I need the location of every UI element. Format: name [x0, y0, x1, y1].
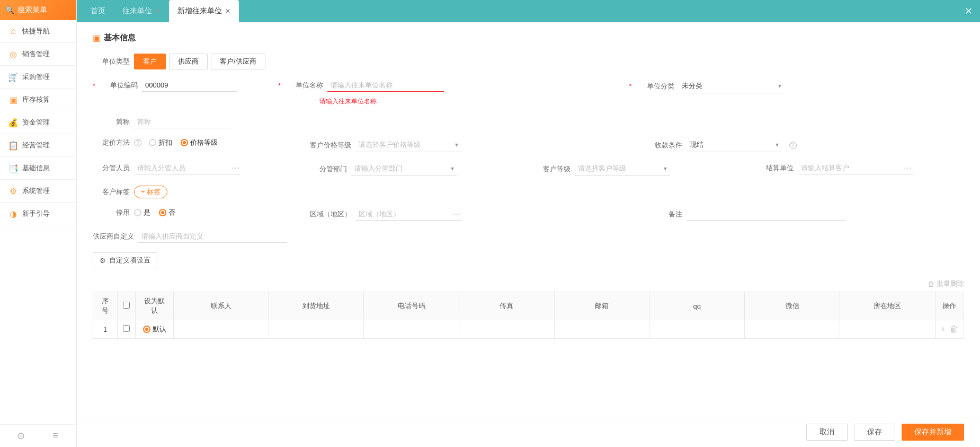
manager-more-btn[interactable]: ··· — [229, 163, 242, 173]
region-more-btn[interactable]: ··· — [451, 209, 464, 219]
payment-help-icon[interactable]: ? — [789, 142, 797, 149]
select-all-checkbox[interactable] — [123, 302, 130, 309]
row-email-input[interactable] — [560, 326, 644, 334]
disabled-no-option[interactable]: 否 — [159, 208, 175, 217]
required-star-category: * — [629, 82, 632, 90]
unit-btn-supplier[interactable]: 供应商 — [169, 54, 208, 69]
supplier-custom-row: 供应商自定义 — [93, 230, 964, 243]
customer-price-level-placeholder: 请选择客户价格等级 — [359, 140, 453, 150]
pricing-level-option[interactable]: 价格等级 — [181, 138, 218, 147]
region-input[interactable] — [355, 208, 451, 220]
customer-level-select[interactable]: 请选择客户等级 ▾ — [575, 162, 670, 176]
settlement-input[interactable] — [798, 162, 902, 174]
unit-code-input[interactable] — [142, 79, 237, 92]
row-region[interactable] — [840, 320, 935, 339]
row-wechat-input[interactable] — [750, 326, 834, 334]
department-placeholder: 请输入分管部门 — [354, 164, 449, 173]
disabled-yes-option[interactable]: 是 — [134, 208, 150, 217]
row-action-group: + 🗑 — [941, 325, 958, 334]
save-button[interactable]: 保存 — [854, 424, 895, 441]
sidebar-item-label: 快捷导航 — [22, 27, 50, 36]
unit-btn-customer[interactable]: 客户 — [134, 54, 166, 69]
required-star-name: * — [278, 82, 281, 90]
remark-input[interactable] — [687, 208, 845, 221]
short-name-input[interactable] — [134, 116, 229, 128]
unit-name-error: 请输入往来单位名称 — [319, 97, 377, 106]
sidebar-search-label: 搜索菜单 — [17, 5, 47, 15]
table-header-email: 邮箱 — [554, 292, 649, 320]
settlement-more-btn[interactable]: ··· — [902, 163, 914, 173]
tab-new-partner-close[interactable]: ✕ — [225, 7, 230, 15]
row-contact-input[interactable] — [179, 326, 263, 334]
department-select[interactable]: 请输入分管部门 ▾ — [351, 162, 457, 176]
sidebar-item-operations[interactable]: 📋 经营管理 — [0, 134, 76, 157]
pricing-discount-option[interactable]: 折扣 — [149, 138, 172, 147]
tab-new-partner[interactable]: 新增往来单位 ✕ — [169, 0, 239, 22]
save-new-button[interactable]: 保存并新增 — [902, 424, 964, 441]
close-all-tabs-button[interactable]: ✕ — [965, 5, 973, 17]
basic-icon: 📑 — [8, 163, 18, 173]
sidebar-footer-btn-right[interactable]: ≡ — [40, 430, 71, 442]
sidebar-item-quick-nav[interactable]: ⌂ 快捷导航 — [0, 20, 76, 43]
sidebar-item-inventory[interactable]: ▣ 库存核算 — [0, 89, 76, 111]
inventory-icon: ▣ — [8, 95, 18, 104]
add-tag-button[interactable]: + 标签 — [134, 186, 167, 198]
sidebar-search[interactable]: 🔍 搜索菜单 — [0, 0, 76, 20]
pricing-discount-label: 折扣 — [158, 138, 172, 147]
table-header-wechat: 微信 — [745, 292, 840, 320]
row-qq[interactable] — [649, 320, 745, 339]
search-icon: 🔍 — [5, 6, 14, 14]
custom-settings-button[interactable]: ⚙ 自定义项设置 — [93, 252, 157, 268]
row-contact[interactable] — [173, 320, 269, 339]
tab-partner-close[interactable]: ✕ — [155, 7, 161, 15]
row-checkbox-cell[interactable] — [118, 320, 136, 339]
row-fax[interactable] — [459, 320, 555, 339]
row-checkbox[interactable] — [123, 325, 130, 332]
manager-input[interactable] — [134, 162, 229, 174]
sidebar-item-system[interactable]: ⚙ 系统管理 — [0, 180, 76, 203]
row-email[interactable] — [554, 320, 649, 339]
sidebar-item-label: 新手引导 — [22, 209, 50, 218]
sidebar-item-basic[interactable]: 📑 基础信息 — [0, 157, 76, 180]
sidebar-item-finance[interactable]: 💰 资金管理 — [0, 111, 76, 134]
row-add-button[interactable]: + — [941, 325, 946, 334]
sidebar-item-newbie[interactable]: ◑ 新手引导 — [0, 203, 76, 225]
supplier-custom-input[interactable] — [138, 230, 287, 243]
sidebar-footer-btn-left[interactable]: ⊙ — [5, 430, 37, 442]
tab-home[interactable]: 首页 — [82, 0, 114, 22]
row-default-cell: 默认 — [136, 320, 174, 339]
row-region-input[interactable] — [845, 326, 930, 334]
required-star-code: * — [93, 82, 95, 90]
unit-category-select[interactable]: 未分类 ▾ — [679, 79, 785, 93]
tab-partner-label: 往来单位 — [122, 6, 152, 16]
custom-settings-area: ⚙ 自定义项设置 — [93, 252, 964, 274]
table-header-contact: 联系人 — [173, 292, 269, 320]
unit-btn-both[interactable]: 客户/供应商 — [211, 54, 265, 69]
customer-price-level-select[interactable]: 请选择客户价格等级 ▾ — [355, 138, 461, 152]
customer-price-level-label: 客户价格等级 — [310, 141, 351, 150]
cancel-button[interactable]: 取消 — [806, 424, 848, 441]
row-default-radio-option[interactable]: 默认 — [141, 325, 168, 334]
row-delete-button[interactable]: 🗑 — [950, 325, 958, 334]
payment-terms-select[interactable]: 现结 ▾ — [687, 138, 782, 152]
row-phone-input[interactable] — [369, 326, 453, 334]
sidebar-item-label: 基础信息 — [22, 163, 50, 173]
disabled-no-label: 否 — [168, 208, 175, 217]
region-label: 区域（地区） — [310, 209, 351, 219]
tab-partner[interactable]: 往来单位 ✕ — [114, 0, 169, 22]
tab-home-label: 首页 — [91, 6, 105, 16]
unit-name-input[interactable] — [327, 79, 444, 92]
pricing-help-icon[interactable]: ? — [134, 139, 141, 146]
row-phone[interactable] — [364, 320, 459, 339]
sidebar-item-sales[interactable]: ◎ 销售管理 — [0, 43, 76, 66]
supplier-custom-label: 供应商自定义 — [93, 232, 134, 241]
row-wechat[interactable] — [745, 320, 840, 339]
sidebar-item-label: 经营管理 — [22, 141, 50, 150]
batch-delete-button[interactable]: 🗑 批量删除 — [928, 279, 964, 288]
row-address-input[interactable] — [274, 326, 359, 334]
row-seq: 1 — [93, 320, 118, 339]
row-qq-input[interactable] — [655, 326, 739, 334]
row-fax-input[interactable] — [465, 326, 549, 334]
sidebar-item-purchase[interactable]: 🛒 采购管理 — [0, 66, 76, 89]
row-address[interactable] — [269, 320, 364, 339]
